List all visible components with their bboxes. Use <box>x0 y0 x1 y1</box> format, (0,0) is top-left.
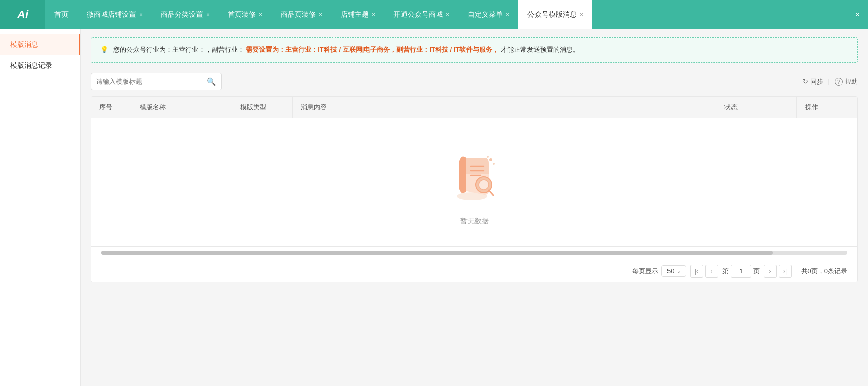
data-table: 序号 模版名称 模版类型 消息内容 状态 操作 <box>91 96 858 282</box>
search-bar: 🔍 ↻ 同步 | ? 帮助 <box>91 73 858 90</box>
nav-close-menu[interactable]: × <box>506 11 509 18</box>
svg-point-9 <box>487 156 489 158</box>
svg-point-7 <box>489 158 492 161</box>
sidebar-label-template-msg: 模版消息 <box>10 40 38 48</box>
col-type: 模版类型 <box>232 97 293 118</box>
help-button[interactable]: ? 帮助 <box>835 77 858 86</box>
dropdown-icon: ⌄ <box>677 268 681 274</box>
col-content: 消息内容 <box>293 97 716 118</box>
per-page-dropdown[interactable]: 50 ⌄ <box>661 265 686 277</box>
col-status: 状态 <box>716 97 797 118</box>
nav-item-theme[interactable]: 店铺主题 × <box>331 0 384 29</box>
empty-state: 暂无数据 <box>91 118 857 246</box>
nav-label-store-settings: 微商城店铺设置 <box>87 10 136 19</box>
nav-close-product-decor[interactable]: × <box>319 11 322 18</box>
global-close-button[interactable]: × <box>855 10 860 19</box>
sidebar-item-template-record[interactable]: 模版消息记录 <box>0 55 80 76</box>
nav-label-menu: 自定义菜单 <box>468 10 503 19</box>
pagination: 每页显示 50 ⌄ |‹ ‹ 第 页 › ›| <box>91 259 857 282</box>
page-last-button[interactable]: ›| <box>779 265 792 278</box>
nav-close-template-msg[interactable]: × <box>580 11 583 18</box>
total-info: 共0页，0条记录 <box>801 267 847 276</box>
main-layout: 模版消息 模版消息记录 💡 您的公众号行业为：主营行业：，副营行业： 需要设置为… <box>0 29 868 386</box>
nav-item-template-msg[interactable]: 公众号模版消息 × <box>518 0 592 29</box>
search-input-wrap: 🔍 <box>91 73 222 90</box>
nav-close-home-decor[interactable]: × <box>259 11 262 18</box>
help-icon: ? <box>835 78 843 86</box>
notice-icon: 💡 <box>100 46 108 53</box>
toolbar-right: ↻ 同步 | ? 帮助 <box>803 77 858 86</box>
nav-close-mall[interactable]: × <box>446 11 449 18</box>
logo-text: Ai <box>17 8 28 21</box>
nav-close-store-settings[interactable]: × <box>139 11 143 18</box>
table-header: 序号 模版名称 模版类型 消息内容 状态 操作 <box>91 97 857 118</box>
empty-icon <box>444 148 505 209</box>
empty-text: 暂无数据 <box>460 217 489 226</box>
notice-suffix: 才能正常发送预置的消息。 <box>501 46 579 53</box>
sidebar-item-template-msg[interactable]: 模版消息 <box>0 34 80 55</box>
col-index: 序号 <box>91 97 131 118</box>
app-logo: Ai <box>0 0 45 29</box>
search-input[interactable] <box>96 78 207 85</box>
page-input-wrap: 第 页 <box>722 265 760 278</box>
nav-item-home[interactable]: 首页 <box>45 0 78 29</box>
nav-label-template-msg: 公众号模版消息 <box>527 10 577 19</box>
search-icon[interactable]: 🔍 <box>207 77 216 86</box>
nav-label-product-decor: 商品页装修 <box>281 10 316 19</box>
nav-item-home-decor[interactable]: 首页装修 × <box>219 0 272 29</box>
svg-point-5 <box>479 180 489 190</box>
notice-prefix: 您的公众号行业为：主营行业：，副营行业： <box>113 46 244 53</box>
page-first-button[interactable]: |‹ <box>690 265 703 278</box>
page-input[interactable] <box>731 265 751 278</box>
pagination-nav: |‹ ‹ <box>690 265 718 278</box>
per-page-value: 50 <box>667 267 674 275</box>
top-nav: Ai 首页 微商城店铺设置 × 商品分类设置 × 首页装修 × 商品页装修 × … <box>0 0 868 29</box>
page-label-after: 页 <box>753 267 760 276</box>
fake-scrollbar[interactable] <box>101 251 847 255</box>
svg-line-6 <box>489 190 493 195</box>
sync-icon: ↻ <box>803 78 808 85</box>
nav-label-home-decor: 首页装修 <box>228 10 256 19</box>
scrollbar-area <box>91 246 857 259</box>
sync-button[interactable]: ↻ 同步 <box>803 77 823 86</box>
nav-label-category: 商品分类设置 <box>161 10 203 19</box>
notice-box: 💡 您的公众号行业为：主营行业：，副营行业： 需要设置为：主营行业：IT科技 /… <box>91 37 858 63</box>
col-action: 操作 <box>797 97 857 118</box>
per-page-select: 每页显示 50 ⌄ <box>632 265 686 277</box>
scrollbar-thumb <box>101 251 773 255</box>
nav-item-menu[interactable]: 自定义菜单 × <box>458 0 518 29</box>
notice-highlight: 需要设置为：主营行业：IT科技 / 互联网|电子商务，副营行业：IT科技 / I… <box>246 46 499 53</box>
page-next-button[interactable]: › <box>764 265 777 278</box>
svg-point-8 <box>493 163 495 165</box>
nav-item-category[interactable]: 商品分类设置 × <box>152 0 219 29</box>
nav-item-store-settings[interactable]: 微商城店铺设置 × <box>78 0 152 29</box>
help-label: 帮助 <box>845 77 858 86</box>
nav-label-theme: 店铺主题 <box>341 10 369 19</box>
nav-item-mall[interactable]: 开通公众号商城 × <box>384 0 458 29</box>
content-area: 💡 您的公众号行业为：主营行业：，副营行业： 需要设置为：主营行业：IT科技 /… <box>81 29 868 386</box>
nav-label-mall: 开通公众号商城 <box>393 10 443 19</box>
sidebar: 模版消息 模版消息记录 <box>0 29 81 386</box>
per-page-label: 每页显示 <box>632 267 658 276</box>
col-name: 模版名称 <box>131 97 232 118</box>
page-label-before: 第 <box>722 267 729 276</box>
sidebar-label-template-record: 模版消息记录 <box>10 61 52 69</box>
nav-item-product-decor[interactable]: 商品页装修 × <box>272 0 331 29</box>
nav-label-home: 首页 <box>54 10 69 19</box>
nav-close-theme[interactable]: × <box>372 11 375 18</box>
page-prev-button[interactable]: ‹ <box>705 265 718 278</box>
nav-close-category[interactable]: × <box>206 11 210 18</box>
toolbar-divider: | <box>828 78 830 85</box>
pagination-nav-next: › ›| <box>764 265 792 278</box>
sync-label: 同步 <box>810 77 823 86</box>
